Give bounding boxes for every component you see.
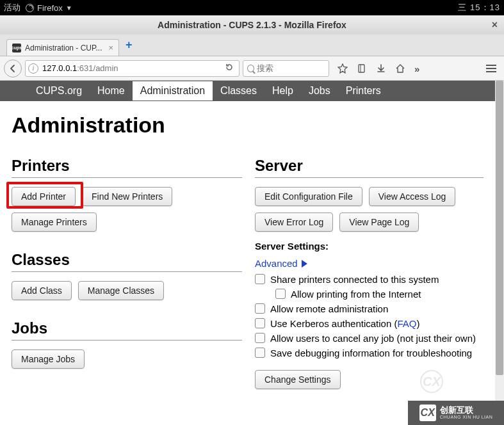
find-new-printers-button[interactable]: Find New Printers — [82, 187, 172, 206]
edit-config-button[interactable]: Edit Configuration File — [255, 187, 362, 206]
nav-classes[interactable]: Classes — [213, 81, 264, 100]
home-icon[interactable] — [395, 63, 405, 74]
page-heading: Administration — [12, 113, 484, 138]
back-button[interactable] — [4, 60, 22, 77]
window-title-text: Administration - CUPS 2.1.3 - Mozilla Fi… — [158, 20, 346, 30]
firefox-icon — [26, 4, 34, 12]
address-bar[interactable]: i 127.0.0.1:631/admin — [25, 60, 240, 77]
tab-label: Administration - CUP... — [25, 44, 102, 52]
checkbox[interactable] — [275, 289, 286, 299]
opt-cancel-any[interactable]: Allow users to cancel any job (not just … — [255, 332, 484, 345]
activities-label[interactable]: 活动 — [4, 2, 20, 13]
nav-cups-org[interactable]: CUPS.org — [28, 81, 90, 100]
nav-home[interactable]: Home — [90, 81, 133, 100]
tab-favicon: cups — [12, 44, 21, 52]
server-settings-label: Server Settings: — [255, 241, 484, 252]
view-error-log-button[interactable]: View Error Log — [255, 212, 333, 232]
watermark-pinyin: CHUANG XIN HU LIAN — [440, 415, 493, 420]
nav-jobs[interactable]: Jobs — [301, 81, 338, 100]
cups-page-body: Administration Printers Add Printer Find… — [0, 101, 495, 397]
change-settings-button[interactable]: Change Settings — [255, 370, 341, 389]
checkbox[interactable] — [255, 348, 265, 358]
checkbox[interactable] — [255, 333, 265, 343]
menu-button[interactable] — [486, 63, 496, 74]
tab-close-icon[interactable]: × — [109, 43, 114, 52]
window-titlebar: Administration - CUPS 2.1.3 - Mozilla Fi… — [0, 15, 504, 35]
browser-tab[interactable]: cups Administration - CUP... × — [6, 39, 119, 56]
divider — [12, 177, 242, 178]
checkbox[interactable] — [255, 274, 265, 284]
manage-printers-button[interactable]: Manage Printers — [12, 212, 97, 232]
divider — [12, 340, 242, 341]
gnome-top-bar: 活动 Firefox ▼ 三 15：13 — [0, 0, 504, 15]
page-viewport: CUPS.org Home Administration Classes Hel… — [0, 81, 504, 425]
vertical-scrollbar-thumb[interactable] — [496, 81, 503, 375]
tab-strip: cups Administration - CUP... × + — [0, 35, 504, 56]
window-menu[interactable]: Firefox ▼ — [26, 3, 72, 13]
opt-kerberos[interactable]: Use Kerberos authentication (FAQ) — [255, 317, 484, 330]
section-classes-title: Classes — [12, 251, 242, 269]
checkbox[interactable] — [255, 303, 265, 314]
search-icon — [247, 65, 254, 72]
manage-classes-button[interactable]: Manage Classes — [78, 281, 164, 300]
nav-administration[interactable]: Administration — [133, 81, 213, 100]
section-printers-title: Printers — [12, 157, 242, 175]
faq-link[interactable]: FAQ — [397, 318, 416, 329]
clock: 三 15：13 — [458, 2, 500, 13]
checkbox[interactable] — [255, 318, 265, 328]
vertical-scrollbar-track[interactable] — [495, 81, 504, 425]
arrow-left-icon — [8, 64, 17, 73]
triangle-right-icon — [302, 260, 307, 268]
overflow-icon[interactable]: » — [414, 63, 425, 74]
view-page-log-button[interactable]: View Page Log — [339, 212, 419, 232]
manage-jobs-button[interactable]: Manage Jobs — [12, 349, 85, 369]
opt-allow-internet[interactable]: Allow printing from the Internet — [275, 287, 484, 301]
svg-rect-0 — [359, 65, 364, 72]
library-icon[interactable] — [357, 63, 367, 74]
add-class-button[interactable]: Add Class — [12, 281, 72, 300]
watermark-badge: CX 创新互联 CHUANG XIN HU LIAN — [408, 401, 504, 425]
download-icon[interactable] — [376, 63, 386, 74]
watermark-cn: 创新互联 — [440, 406, 493, 415]
divider — [12, 271, 242, 272]
search-input[interactable] — [257, 63, 325, 73]
dropdown-icon: ▼ — [66, 4, 72, 12]
app-name: Firefox — [37, 3, 63, 13]
faint-watermark-icon: CX — [420, 370, 443, 393]
view-access-log-button[interactable]: View Access Log — [369, 187, 456, 206]
advanced-text: Advanced — [255, 258, 298, 269]
cups-navbar: CUPS.org Home Administration Classes Hel… — [0, 81, 504, 101]
opt-remote-admin[interactable]: Allow remote administration — [255, 302, 484, 316]
watermark-logo: CX — [419, 405, 436, 421]
window-close-button[interactable]: × — [492, 19, 498, 31]
site-info-icon[interactable]: i — [28, 63, 38, 74]
search-bar[interactable] — [243, 60, 329, 77]
add-printer-button[interactable]: Add Printer — [12, 187, 76, 206]
opt-debug[interactable]: Save debugging information for troublesh… — [255, 346, 484, 360]
reload-icon — [225, 63, 234, 72]
divider — [255, 177, 484, 178]
reload-button[interactable] — [222, 63, 236, 74]
bookmark-star-icon[interactable] — [337, 63, 348, 74]
url-text[interactable]: 127.0.0.1:631/admin — [38, 63, 222, 73]
section-jobs-title: Jobs — [12, 319, 242, 337]
opt-share-printers[interactable]: Share printers connected to this system — [255, 273, 484, 286]
navigation-bar: i 127.0.0.1:631/admin » — [0, 56, 504, 81]
nav-printers[interactable]: Printers — [338, 81, 389, 100]
advanced-link[interactable]: Advanced — [255, 258, 484, 269]
nav-help[interactable]: Help — [264, 81, 301, 100]
section-server-title: Server — [255, 157, 484, 175]
new-tab-button[interactable]: + — [126, 38, 133, 52]
